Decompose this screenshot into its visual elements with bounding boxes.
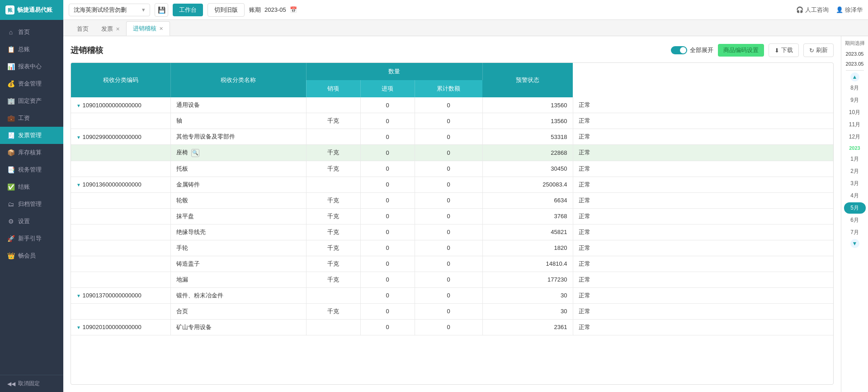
cell-unit: 千克 xyxy=(306,272,360,287)
cell-sales: 0 xyxy=(360,145,415,161)
sidebar-item-checkout[interactable]: ✅ 结账 xyxy=(0,178,63,196)
workbench-button[interactable]: 工作台 xyxy=(173,4,203,16)
cell-purchase: 0 xyxy=(415,161,482,177)
cell-name: 矿山专用设备 xyxy=(170,319,306,335)
period-6[interactable]: 6月 xyxy=(844,215,866,226)
expand-icon[interactable]: ▼ xyxy=(76,182,81,187)
cell-purchase: 0 xyxy=(415,113,482,129)
cell-cumulative: 45821 xyxy=(482,224,573,240)
cell-code xyxy=(71,161,170,177)
save-icon: 💾 xyxy=(158,6,165,14)
sidebar-item-assets[interactable]: 🏢 固定资产 xyxy=(0,92,63,110)
tab-home[interactable]: 首页 xyxy=(71,22,95,36)
table-row: 轴千克0013560正常 xyxy=(71,113,833,129)
calendar-icon[interactable]: 📅 xyxy=(290,6,297,13)
main-content: 进销稽核 全部展开 商品编码设置 ⬇ 下载 ↻ 刷 xyxy=(63,36,841,392)
sidebar-item-member[interactable]: 👑 畅会员 xyxy=(0,247,63,264)
assets-icon: 🏢 xyxy=(7,97,14,105)
cell-purchase: 0 xyxy=(415,287,482,303)
cell-name: 地漏 xyxy=(170,272,306,287)
expand-icon[interactable]: ▼ xyxy=(76,325,81,330)
period-2023-05-a[interactable]: 2023.05 xyxy=(844,49,866,58)
sidebar-item-ledger[interactable]: 📋 总账 xyxy=(0,41,63,58)
cell-sales: 0 xyxy=(360,240,415,256)
download-button[interactable]: ⬇ 下载 xyxy=(769,43,799,57)
period-1[interactable]: 1月 xyxy=(844,153,866,165)
expand-icon[interactable]: ▼ xyxy=(76,293,81,298)
company-selector[interactable]: 沈海英测试经营勿删 ▾ xyxy=(69,4,150,16)
member-icon: 👑 xyxy=(7,252,14,259)
cell-purchase: 0 xyxy=(415,208,482,224)
cell-unit: 千克 xyxy=(306,192,360,208)
tab-invoice[interactable]: 发票 ✕ xyxy=(95,22,126,36)
cell-code xyxy=(71,208,170,224)
page-title: 进销稽核 xyxy=(71,45,103,56)
cell-status: 正常 xyxy=(573,97,833,113)
tab-invoice-close[interactable]: ✕ xyxy=(116,26,120,32)
period-4[interactable]: 4月 xyxy=(844,190,866,201)
invoice-icon: 🧾 xyxy=(7,132,14,139)
cell-name: 合页 xyxy=(170,303,306,319)
topbar-right: 🎧 人工咨询 👤 徐泽华 xyxy=(796,6,863,14)
period-10[interactable]: 10月 xyxy=(844,107,866,118)
cell-name: 绝缘导线壳 xyxy=(170,224,306,240)
period-down-btn[interactable]: ▼ xyxy=(850,239,859,248)
sidebar-item-invoice[interactable]: 🧾 发票管理 xyxy=(0,127,63,144)
period-up-btn[interactable]: ▲ xyxy=(850,72,859,81)
period-2023-05-b[interactable]: 2023.05 xyxy=(844,59,866,68)
toggle-track[interactable] xyxy=(671,46,687,54)
period-5[interactable]: 5月 xyxy=(844,202,866,214)
cell-status: 正常 xyxy=(573,256,833,272)
expand-toggle[interactable]: 全部展开 xyxy=(671,46,713,54)
expand-icon[interactable]: ▼ xyxy=(76,135,81,140)
topbar: 沈海英测试经营勿删 ▾ 💾 工作台 切到旧版 账期 2023-05 📅 🎧 人工… xyxy=(63,0,868,20)
cell-cumulative: 250083.4 xyxy=(482,177,573,192)
cell-status: 正常 xyxy=(573,113,833,129)
refresh-icon: ↻ xyxy=(809,47,814,54)
sidebar-item-settings[interactable]: ⚙ 设置 xyxy=(0,213,63,230)
refresh-label: 刷新 xyxy=(816,46,828,54)
cell-purchase: 0 xyxy=(415,145,482,161)
period-2[interactable]: 2月 xyxy=(844,166,866,177)
sidebar-pin-toggle[interactable]: ◀◀ 取消固定 xyxy=(0,375,63,392)
tab-reconcile-close[interactable]: ✕ xyxy=(159,26,163,32)
switch-version-button[interactable]: 切到旧版 xyxy=(208,3,245,17)
period-3[interactable]: 3月 xyxy=(844,178,866,189)
cell-code xyxy=(71,240,170,256)
sidebar-item-home[interactable]: ⌂ 首页 xyxy=(0,24,63,41)
period-11[interactable]: 11月 xyxy=(844,119,866,130)
cell-sales: 0 xyxy=(360,97,415,113)
period-12[interactable]: 12月 xyxy=(844,131,866,143)
cell-name: 金属铸件 xyxy=(170,177,306,192)
save-icon-btn[interactable]: 💾 xyxy=(155,3,168,17)
toggle-thumb xyxy=(680,47,686,53)
support-button[interactable]: 🎧 人工咨询 xyxy=(796,6,829,14)
sidebar-item-payroll[interactable]: 💼 工资 xyxy=(0,110,63,127)
download-icon: ⬇ xyxy=(774,47,779,54)
cell-purchase: 0 xyxy=(415,319,482,335)
cell-unit xyxy=(306,97,360,113)
cell-name: 锻件、粉末冶金件 xyxy=(170,287,306,303)
table-row: ▼ 109013600000000000金属铸件00250083.4正常 xyxy=(71,177,833,192)
period-8[interactable]: 8月 xyxy=(844,82,866,94)
expand-icon[interactable]: ▼ xyxy=(76,103,81,108)
sidebar-item-funds[interactable]: 💰 资金管理 xyxy=(0,75,63,92)
sidebar-item-inventory[interactable]: 📦 库存核算 xyxy=(0,144,63,161)
cell-unit: 千克 xyxy=(306,224,360,240)
refresh-button[interactable]: ↻ 刷新 xyxy=(803,43,834,57)
table-row: ▼ 109010000000000000通用设备0013560正常 xyxy=(71,97,833,113)
guide-icon: 🚀 xyxy=(7,235,14,242)
period-7[interactable]: 7月 xyxy=(844,227,866,238)
sidebar-item-guide[interactable]: 🚀 新手引导 xyxy=(0,230,63,247)
sidebar-item-archive[interactable]: 🗂 归档管理 xyxy=(0,196,63,213)
cell-name: 其他专用设备及零部件 xyxy=(170,129,306,145)
tab-reconcile[interactable]: 进销稽核 ✕ xyxy=(126,21,170,36)
period-9[interactable]: 9月 xyxy=(844,95,866,106)
sidebar-item-reports[interactable]: 📊 报表中心 xyxy=(0,58,63,75)
search-icon[interactable]: 🔍 xyxy=(191,149,199,157)
period-divider xyxy=(846,70,864,71)
user-menu[interactable]: 👤 徐泽华 xyxy=(836,6,863,14)
settings-icon: ⚙ xyxy=(7,218,14,225)
sidebar-item-tax[interactable]: 📑 税务管理 xyxy=(0,161,63,178)
product-code-btn[interactable]: 商品编码设置 xyxy=(718,44,764,57)
